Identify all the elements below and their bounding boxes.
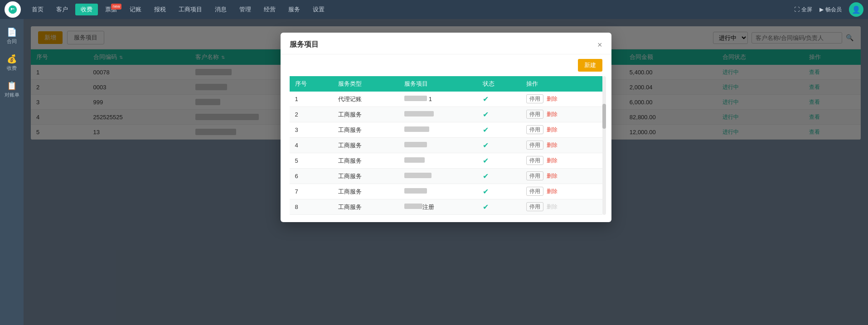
mcell-type: 工商服务: [333, 184, 399, 199]
contract-icon: 📄: [7, 27, 17, 37]
mcell-action: 停用 删除: [521, 153, 602, 169]
stop-button[interactable]: 停用: [526, 156, 543, 165]
stop-button[interactable]: 停用: [526, 202, 543, 211]
modal-table-row: 8 工商服务 注册 ✔ 停用 删除: [290, 199, 602, 215]
nav-settings[interactable]: 设置: [307, 4, 330, 15]
new-badge: new: [111, 4, 121, 10]
stop-button[interactable]: 停用: [526, 94, 543, 103]
mcell-type: 代理记账: [333, 92, 399, 107]
delete-button[interactable]: 删除: [547, 96, 558, 102]
modal-table-row: 7 工商服务 ✔ 停用 删除: [290, 184, 602, 199]
sidebar-item-fee[interactable]: 💰 收费: [1, 50, 23, 75]
delete-button[interactable]: 删除: [547, 126, 558, 133]
right-tools: ⛶ 全屏 ▶ 畅会员 👤: [794, 2, 863, 17]
avatar[interactable]: 👤: [849, 2, 863, 17]
nav-bookkeep[interactable]: 记账: [124, 4, 147, 15]
stop-button[interactable]: 停用: [526, 187, 543, 196]
modal-table-row: 1 代理记账 1 ✔ 停用 删除: [290, 92, 602, 107]
mcell-type: 工商服务: [333, 107, 399, 122]
modal-table-row: 6 工商服务 ✔ 停用 删除: [290, 169, 602, 184]
nav-home[interactable]: 首页: [26, 4, 49, 15]
fullscreen-tool[interactable]: ⛶ 全屏: [794, 6, 812, 14]
stop-button[interactable]: 停用: [526, 125, 543, 134]
avatar-icon: 👤: [852, 5, 861, 14]
mcol-seq: 序号: [290, 76, 333, 92]
stop-button[interactable]: 停用: [526, 171, 543, 180]
modal-new-button[interactable]: 新建: [578, 59, 602, 72]
active-status-icon: ✔: [483, 203, 489, 211]
blurred-item: [404, 142, 427, 147]
blurred-item: [404, 157, 425, 163]
stop-button[interactable]: 停用: [526, 110, 543, 119]
scrollbar-thumb[interactable]: [602, 104, 606, 129]
delete-button[interactable]: 删除: [547, 173, 558, 179]
modal-table-row: 2 工商服务 ✔ 停用 删除: [290, 107, 602, 122]
mcol-action: 操作: [521, 76, 602, 92]
mcell-status: ✔: [477, 169, 521, 184]
blurred-item: [404, 96, 427, 101]
modal-content: 序号 服务类型 服务项目 状态 操作 1 代理记账 1: [281, 76, 611, 222]
mcell-type: 工商服务: [333, 199, 399, 215]
sidebar-item-statement[interactable]: 📋 对账单: [1, 77, 23, 102]
app-logo[interactable]: [5, 1, 21, 18]
mcell-action: 停用 删除: [521, 184, 602, 199]
mcol-item: 服务项目: [399, 76, 477, 92]
nav-operation[interactable]: 经营: [258, 4, 281, 15]
svg-point-1: [11, 8, 12, 10]
modal-header: 服务项目 ×: [281, 33, 611, 54]
blurred-item: [404, 126, 429, 132]
member-icon: ▶: [820, 6, 824, 13]
delete-button[interactable]: 删除: [547, 157, 558, 164]
nav-fee[interactable]: 收费: [75, 4, 98, 15]
mcell-type: 工商服务: [333, 169, 399, 184]
mcell-status: ✔: [477, 122, 521, 138]
mcell-status: ✔: [477, 153, 521, 169]
fullscreen-label: 全屏: [801, 6, 812, 14]
mcol-status: 状态: [477, 76, 521, 92]
main-area: 新增 服务项目 进行中 已完成 已终止 🔍 序号 合同编码 ⇅ 客户名称 ⇅ 服…: [24, 19, 868, 325]
nav-customer[interactable]: 客户: [51, 4, 73, 15]
delete-button[interactable]: 删除: [547, 142, 558, 148]
nav-tax[interactable]: 报税: [149, 4, 171, 15]
nav-items: 首页 客户 收费 票据 new 记账 报税 工商项目 消息 管理 经营 服务 设…: [26, 4, 794, 15]
nav-invoice[interactable]: 票据 new: [100, 4, 122, 15]
nav-business[interactable]: 工商项目: [173, 4, 208, 15]
delete-button[interactable]: 删除: [547, 188, 558, 194]
member-tool[interactable]: ▶ 畅会员: [820, 6, 842, 14]
mcell-item: 注册: [399, 199, 477, 215]
mcell-action: 停用 删除: [521, 199, 602, 215]
blurred-item: [404, 188, 427, 194]
delete-button[interactable]: 删除: [547, 111, 558, 117]
modal-table-header: 序号 服务类型 服务项目 状态 操作: [290, 76, 602, 92]
nav-manage[interactable]: 管理: [234, 4, 257, 15]
top-nav: 首页 客户 收费 票据 new 记账 报税 工商项目 消息 管理 经营 服务 设…: [0, 0, 868, 19]
nav-message[interactable]: 消息: [209, 4, 232, 15]
fullscreen-icon: ⛶: [794, 6, 800, 13]
mcell-seq: 2: [290, 107, 333, 122]
sidebar-item-contract[interactable]: 📄 合同: [1, 24, 23, 49]
mcell-item: [399, 138, 477, 153]
mcell-item: [399, 107, 477, 122]
mcell-seq: 5: [290, 153, 333, 169]
delete-button[interactable]: 删除: [547, 204, 558, 210]
sidebar: 📄 合同 💰 收费 📋 对账单: [0, 19, 24, 325]
sidebar-contract-label: 合同: [7, 38, 17, 45]
scrollbar-track[interactable]: [602, 76, 606, 215]
active-status-icon: ✔: [483, 111, 489, 118]
active-status-icon: ✔: [483, 126, 489, 134]
blurred-item: [404, 111, 434, 116]
active-status-icon: ✔: [483, 157, 489, 165]
active-status-icon: ✔: [483, 172, 489, 180]
mcell-action: 停用 删除: [521, 138, 602, 153]
mcell-status: ✔: [477, 138, 521, 153]
modal-close-button[interactable]: ×: [597, 41, 602, 49]
mcell-seq: 6: [290, 169, 333, 184]
nav-service[interactable]: 服务: [283, 4, 305, 15]
modal-table-row: 4 工商服务 ✔ 停用 删除: [290, 138, 602, 153]
stop-button[interactable]: 停用: [526, 141, 543, 150]
mcell-seq: 8: [290, 199, 333, 215]
fee-icon: 💰: [7, 54, 17, 64]
statement-icon: 📋: [7, 81, 17, 91]
modal-overlay: 服务项目 × 新建 序号 服务类型 服务项目 状态 操作: [24, 19, 868, 325]
active-status-icon: ✔: [483, 188, 489, 195]
